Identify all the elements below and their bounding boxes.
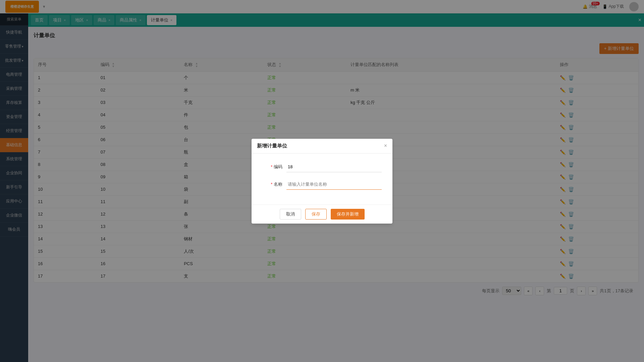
modal-footer: 取消 保存 保存并新增 [252, 204, 392, 224]
code-input[interactable] [286, 162, 382, 172]
modal-overlay[interactable]: 新增计量单位 × * 编码 * 名称 取消 保存 保存并新增 [0, 0, 644, 362]
name-label: * 名称 [262, 181, 282, 187]
form-row-code: * 编码 [262, 162, 382, 172]
modal-close-button[interactable]: × [384, 143, 387, 149]
form-row-name: * 名称 [262, 179, 382, 190]
cancel-button[interactable]: 取消 [280, 209, 301, 220]
name-input[interactable] [286, 179, 382, 190]
modal-header: 新增计量单位 × [252, 139, 392, 154]
modal-add-unit: 新增计量单位 × * 编码 * 名称 取消 保存 保存并新增 [252, 139, 392, 224]
modal-body: * 编码 * 名称 [252, 154, 392, 204]
required-star-code: * [271, 164, 272, 169]
save-and-new-button[interactable]: 保存并新增 [331, 209, 365, 220]
required-star-name: * [271, 182, 272, 187]
code-label: * 编码 [262, 164, 282, 170]
modal-title: 新增计量单位 [257, 143, 287, 149]
save-button[interactable]: 保存 [305, 209, 327, 220]
